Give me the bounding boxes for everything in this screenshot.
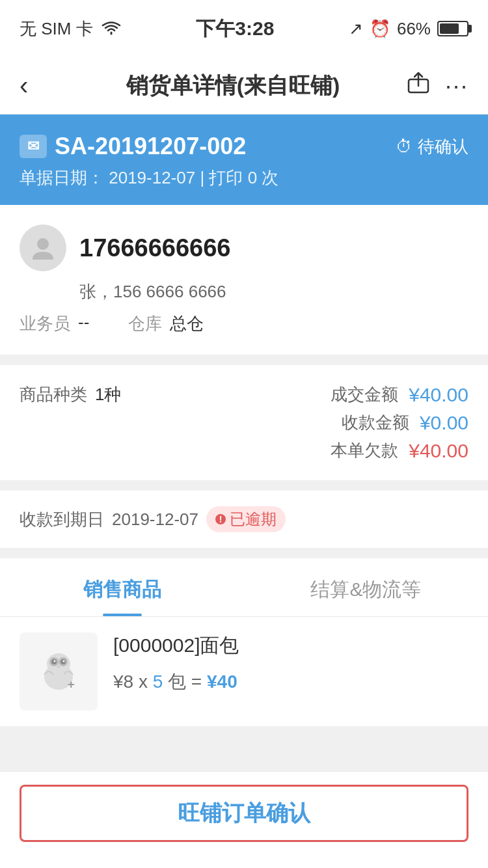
order-status: ⏱ 待确认 [396, 135, 468, 158]
due-amount-label: 本单欠款 [331, 439, 398, 462]
svg-text:+: + [68, 678, 75, 691]
order-header: ✉ SA-20191207-002 ⏱ 待确认 单据日期： 2019-12-07… [0, 115, 488, 205]
overdue-icon: ! [215, 514, 226, 524]
customer-top: 17666666666 [20, 224, 468, 271]
tabs-row: 销售商品 结算&物流等 [0, 558, 488, 617]
avatar [20, 224, 66, 271]
location-icon: ↗ [349, 19, 363, 39]
more-button[interactable]: ··· [445, 72, 468, 100]
customer-section: 17666666666 张，156 6666 6666 业务员 -- 仓库 总仓 [0, 205, 488, 355]
page-title: 销货单详情(来自旺铺) [126, 71, 340, 101]
amounts-right: 成交金额 ¥40.00 收款金额 ¥0.00 本单欠款 ¥40.00 [331, 383, 468, 462]
confirm-button[interactable]: 旺铺订单确认 [20, 785, 468, 842]
overdue-text: 已逾期 [230, 509, 277, 530]
status-text: 待确认 [418, 135, 468, 158]
svg-point-8 [54, 660, 56, 662]
received-amount-row: 收款金额 ¥0.00 [342, 411, 468, 434]
transaction-value: ¥40.00 [409, 384, 468, 406]
product-count-value: 1种 [95, 383, 121, 406]
battery-icon [437, 21, 468, 36]
sales-meta: 业务员 -- [20, 312, 89, 335]
tab-settlement-logistics[interactable]: 结算&物流等 [244, 558, 488, 616]
product-count-left: 商品种类 1种 [20, 383, 121, 406]
product-section: + [0000002]面包 ¥8 x 5 包 = ¥40 [0, 617, 488, 726]
due-amount-row: 本单欠款 ¥40.00 [331, 439, 468, 462]
status-clock-icon: ⏱ [396, 137, 413, 157]
tab-sales-products[interactable]: 销售商品 [0, 558, 244, 616]
received-value: ¥0.00 [420, 412, 468, 434]
nav-bar: ‹ 销货单详情(来自旺铺) ··· [0, 57, 488, 115]
due-amount-value: ¥40.00 [409, 440, 468, 462]
alarm-icon: ⏰ [370, 19, 390, 39]
product-owl-logo: + [33, 652, 85, 691]
status-bar: 无 SIM 卡 下午3:28 ↗ ⏰ 66% [0, 0, 488, 57]
svg-point-1 [37, 238, 49, 250]
status-right: ↗ ⏰ 66% [349, 19, 468, 39]
back-button[interactable]: ‹ [20, 71, 59, 100]
due-date-section: 收款到期日 2019-12-07 ! 已逾期 [0, 491, 488, 548]
wifi-icon [101, 21, 122, 36]
summary-row: 商品种类 1种 成交金额 ¥40.00 收款金额 ¥0.00 本单欠款 ¥40.… [20, 383, 468, 462]
warehouse-meta: 仓库 总仓 [128, 312, 204, 335]
multiply-sign: x [139, 671, 148, 692]
warehouse-value: 总仓 [170, 312, 204, 335]
warehouse-label: 仓库 [128, 312, 162, 335]
order-id: ✉ SA-20191207-002 [20, 133, 246, 160]
customer-phone: 17666666666 [79, 234, 230, 262]
status-time: 下午3:28 [196, 16, 274, 42]
transaction-label: 成交金额 [331, 383, 398, 406]
sales-value: -- [78, 312, 89, 335]
product-name: [0000002]面包 [113, 632, 468, 659]
customer-meta: 业务员 -- 仓库 总仓 [20, 312, 468, 335]
product-quantity: 5 [153, 671, 163, 692]
product-unit: 包 [168, 671, 186, 692]
tabs-section: 销售商品 结算&物流等 [0, 558, 488, 617]
order-header-top: ✉ SA-20191207-002 ⏱ 待确认 [20, 133, 468, 160]
product-count-label: 商品种类 [20, 383, 87, 406]
bottom-bar: 旺铺订单确认 [0, 771, 488, 868]
product-price: ¥8 [113, 671, 133, 692]
customer-contact: 张，156 6666 6666 [20, 280, 468, 303]
share-button[interactable] [407, 72, 429, 100]
product-image: + [20, 632, 98, 711]
product-total: ¥40 [207, 671, 237, 692]
battery-percent: 66% [397, 19, 431, 39]
received-label: 收款金额 [342, 411, 409, 434]
product-calc: ¥8 x 5 包 = ¥40 [113, 670, 468, 694]
svg-point-9 [63, 660, 65, 662]
status-left: 无 SIM 卡 [20, 18, 122, 40]
sales-label: 业务员 [20, 312, 70, 335]
order-date: 单据日期： 2019-12-07 | 打印 0 次 [20, 167, 468, 189]
carrier-text: 无 SIM 卡 [20, 18, 93, 40]
equals-sign: = [191, 671, 202, 692]
product-info: [0000002]面包 ¥8 x 5 包 = ¥40 [113, 632, 468, 694]
due-date-value: 2019-12-07 [112, 509, 198, 530]
due-date-label: 收款到期日 [20, 508, 104, 531]
summary-section: 商品种类 1种 成交金额 ¥40.00 收款金额 ¥0.00 本单欠款 ¥40.… [0, 365, 488, 480]
order-type-icon: ✉ [20, 135, 47, 158]
transaction-amount-row: 成交金额 ¥40.00 [331, 383, 468, 406]
overdue-badge: ! 已逾期 [206, 506, 286, 532]
nav-actions: ··· [407, 72, 468, 100]
